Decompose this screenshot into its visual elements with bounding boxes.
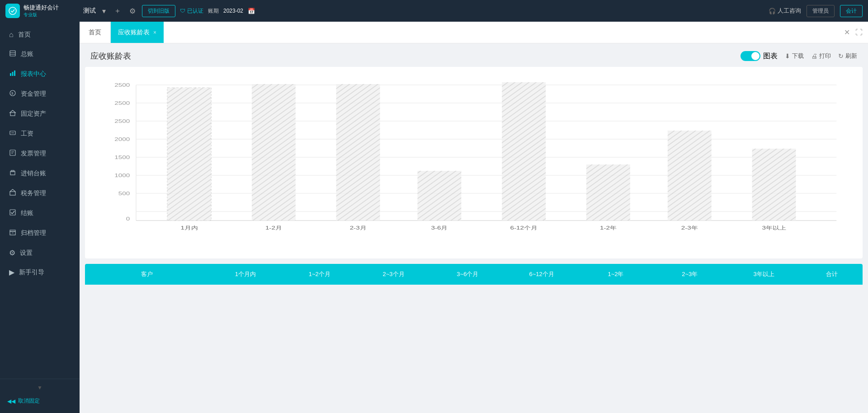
svg-rect-4 bbox=[10, 73, 11, 76]
cancel-fixed-button[interactable]: ◀◀ 取消固定 bbox=[0, 393, 80, 409]
report-header: 应收账龄表 图表 ⬇ 下载 🖨 bbox=[80, 43, 868, 67]
svg-text:2500: 2500 bbox=[114, 100, 130, 106]
svg-text:1000: 1000 bbox=[114, 173, 130, 178]
sidebar-item-report[interactable]: 报表中心 bbox=[0, 64, 80, 84]
col-3year-plus: 3年以上 bbox=[727, 264, 801, 285]
accountant-button[interactable]: 会计 bbox=[840, 5, 863, 17]
svg-text:2500: 2500 bbox=[114, 82, 130, 88]
download-label: 下载 bbox=[792, 52, 804, 60]
admin-button[interactable]: 管理员 bbox=[807, 5, 835, 17]
svg-rect-44 bbox=[418, 171, 462, 221]
sidebar-label-asset: 固定资产 bbox=[21, 110, 46, 118]
print-button[interactable]: 🖨 打印 bbox=[811, 52, 831, 60]
col-customer: 客户 bbox=[85, 264, 208, 285]
page-content: 应收账龄表 图表 ⬇ 下载 🖨 bbox=[80, 43, 868, 413]
main-layout: ⌂ 首页 总账 报表中心 $ 资金管理 bbox=[0, 22, 868, 413]
sidebar-item-payroll[interactable]: 工资 bbox=[0, 124, 80, 144]
header-right: 测试 ▾ ＋ ⚙ 切到旧版 🛡 已认证 账期 2023-02 📅 🎧 人工咨询 … bbox=[83, 5, 863, 18]
logo-icon bbox=[5, 4, 20, 18]
sidebar-item-sales[interactable]: 进销台账 bbox=[0, 164, 80, 183]
sidebar-scroll: ⌂ 首页 总账 报表中心 $ 资金管理 bbox=[0, 22, 80, 379]
switch-version-button[interactable]: 切到旧版 bbox=[142, 5, 175, 17]
sidebar-item-settings[interactable]: ⚙ 设置 bbox=[0, 243, 80, 263]
cancel-fixed-label: 取消固定 bbox=[18, 397, 40, 405]
col-1-2month: 1~2个月 bbox=[283, 264, 357, 285]
dropdown-arrow-icon[interactable]: ▾ bbox=[100, 5, 108, 17]
col-2-3month: 2~3个月 bbox=[357, 264, 431, 285]
close-window-button[interactable]: ✕ bbox=[842, 26, 852, 38]
tab-close-icon[interactable]: × bbox=[153, 29, 156, 36]
col-1month: 1个月内 bbox=[208, 264, 283, 285]
sidebar: ⌂ 首页 总账 报表中心 $ 资金管理 bbox=[0, 22, 80, 413]
svg-rect-6 bbox=[14, 70, 15, 76]
sidebar-label-archive: 归档管理 bbox=[21, 229, 46, 237]
closing-icon bbox=[9, 209, 16, 218]
verified-badge: 🛡 已认证 bbox=[180, 7, 203, 15]
sidebar-item-ledger[interactable]: 总账 bbox=[0, 44, 80, 64]
col-1-2year: 1~2年 bbox=[579, 264, 653, 285]
download-button[interactable]: ⬇ 下载 bbox=[785, 52, 804, 60]
svg-text:2-3月: 2-3月 bbox=[350, 225, 367, 230]
svg-rect-47 bbox=[668, 131, 712, 221]
download-icon: ⬇ bbox=[785, 52, 790, 60]
sidebar-item-asset[interactable]: 固定资产 bbox=[0, 104, 80, 124]
svg-text:2000: 2000 bbox=[114, 136, 130, 142]
shield-icon: 🛡 bbox=[180, 8, 185, 14]
scroll-indicator: ▼ bbox=[0, 383, 80, 393]
expand-window-button[interactable]: ⛶ bbox=[854, 27, 864, 38]
report-actions: 图表 ⬇ 下载 🖨 打印 ↻ 刷新 bbox=[741, 51, 857, 61]
calendar-icon[interactable]: 📅 bbox=[248, 8, 255, 14]
svg-text:6-12个月: 6-12个月 bbox=[510, 225, 538, 230]
print-icon: 🖨 bbox=[811, 52, 817, 60]
add-icon[interactable]: ＋ bbox=[112, 5, 123, 18]
sidebar-item-closing[interactable]: 结账 bbox=[0, 203, 80, 223]
refresh-label: 刷新 bbox=[845, 52, 857, 60]
report-page: 应收账龄表 图表 ⬇ 下载 🖨 bbox=[80, 43, 868, 413]
pin-left-icon: ◀◀ bbox=[7, 398, 15, 404]
logo-text: 畅捷通好会计 专业版 bbox=[24, 4, 59, 18]
svg-rect-43 bbox=[336, 84, 380, 221]
refresh-button[interactable]: ↻ 刷新 bbox=[838, 52, 857, 60]
svg-point-0 bbox=[9, 7, 16, 14]
sidebar-item-fund[interactable]: $ 资金管理 bbox=[0, 84, 80, 104]
sidebar-label-settings: 设置 bbox=[20, 249, 33, 257]
svg-text:2500: 2500 bbox=[114, 118, 130, 124]
tab-report[interactable]: 应收账龄表 × bbox=[111, 22, 164, 43]
table-header-row: 客户 1个月内 1~2个月 2~3个月 3~6个月 6~12个月 1~2年 2~… bbox=[85, 264, 863, 285]
sidebar-label-closing: 结账 bbox=[21, 209, 33, 217]
sidebar-label-sales: 进销台账 bbox=[21, 169, 46, 178]
sidebar-label-payroll: 工资 bbox=[21, 130, 33, 138]
tab-home[interactable]: 首页 bbox=[80, 22, 111, 43]
archive-icon bbox=[9, 229, 16, 238]
chart-toggle[interactable]: 图表 bbox=[741, 51, 778, 61]
sidebar-item-archive[interactable]: 归档管理 bbox=[0, 223, 80, 243]
sales-icon bbox=[9, 169, 16, 178]
svg-rect-12 bbox=[10, 150, 15, 155]
toggle-track[interactable] bbox=[741, 51, 760, 61]
report-icon bbox=[9, 70, 16, 79]
tab-bar: 首页 应收账龄表 × ✕ ⛶ bbox=[80, 22, 868, 43]
svg-text:3-6月: 3-6月 bbox=[431, 225, 448, 230]
col-6-12month: 6~12个月 bbox=[505, 264, 579, 285]
svg-text:1月内: 1月内 bbox=[180, 225, 198, 230]
logo-sub: 专业版 bbox=[24, 12, 59, 18]
tab-bar-actions: ✕ ⛶ bbox=[842, 26, 868, 38]
sidebar-item-home[interactable]: ⌂ 首页 bbox=[0, 25, 80, 44]
svg-text:3年以上: 3年以上 bbox=[762, 225, 786, 230]
sidebar-item-invoice[interactable]: 发票管理 bbox=[0, 144, 80, 164]
col-3-6month: 3~6个月 bbox=[430, 264, 505, 285]
sidebar-item-guide[interactable]: ▶ 新手引导 bbox=[0, 263, 80, 282]
svg-rect-48 bbox=[752, 149, 796, 221]
svg-rect-20 bbox=[10, 230, 15, 231]
toggle-label: 图表 bbox=[763, 52, 778, 61]
consult-button[interactable]: 🎧 人工咨询 bbox=[769, 7, 801, 15]
svg-rect-46 bbox=[586, 164, 630, 221]
sidebar-item-tax[interactable]: 税务管理 bbox=[0, 183, 80, 203]
svg-rect-42 bbox=[252, 84, 296, 221]
sidebar-label-home: 首页 bbox=[18, 31, 31, 39]
svg-rect-17 bbox=[10, 192, 15, 195]
svg-rect-18 bbox=[10, 210, 15, 215]
sidebar-label-ledger: 总账 bbox=[21, 50, 33, 58]
svg-text:1-2年: 1-2年 bbox=[600, 225, 617, 230]
settings-gear-icon[interactable]: ⚙ bbox=[127, 5, 137, 17]
